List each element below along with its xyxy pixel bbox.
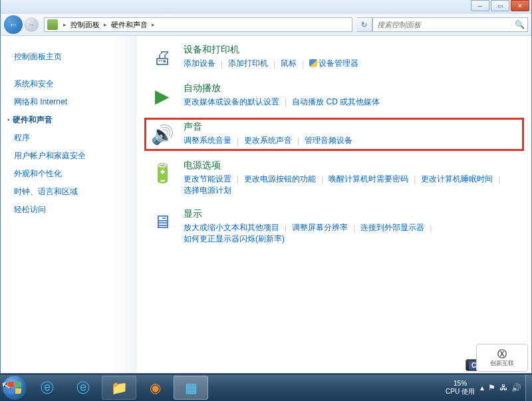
sidebar-item-8[interactable]: 轻松访问: [14, 201, 130, 219]
maximize-button[interactable]: ▭: [491, 0, 509, 11]
category-title[interactable]: 声音: [184, 121, 519, 133]
taskbar: ⓔ ⓔ 📁 ◉ ▦ 15% CPU 使用 ▴ ⚑ 🖧 🔊: [0, 374, 532, 401]
titlebar: ─ ▭ ✕: [1, 0, 531, 14]
control-panel-icon: [47, 19, 58, 30]
category-title[interactable]: 设备和打印机: [184, 44, 519, 56]
forward-button[interactable]: →: [24, 17, 39, 32]
show-desktop-button[interactable]: [525, 374, 532, 401]
category-link[interactable]: 添加设备: [184, 58, 215, 69]
refresh-button[interactable]: ↻: [356, 17, 372, 32]
ic-speaker-icon: 🔊: [149, 121, 176, 148]
link-separator: |: [321, 175, 323, 184]
category-0: 🖨设备和打印机添加设备|添加打印机|鼠标|设备管理器: [149, 44, 519, 70]
link-separator: |: [414, 175, 416, 184]
taskbar-ie-icon[interactable]: ⓔ: [30, 376, 65, 400]
link-separator: |: [285, 98, 287, 107]
category-title[interactable]: 自动播放: [184, 82, 519, 94]
link-separator: |: [498, 175, 500, 184]
category-link[interactable]: 调整系统音量: [184, 135, 231, 146]
sidebar-item-5[interactable]: 用户帐户和家庭安全: [14, 147, 130, 165]
category-link[interactable]: 更改计算机睡眠时间: [421, 174, 493, 185]
search-input[interactable]: [373, 21, 511, 29]
taskbar-media-icon[interactable]: ◉: [138, 376, 172, 400]
tray-volume-icon[interactable]: 🔊: [511, 383, 521, 392]
taskbar-ie2-icon[interactable]: ⓔ: [66, 376, 100, 400]
category-link[interactable]: 唤醒计算机时需要密码: [329, 174, 408, 185]
category-link[interactable]: 鼠标: [281, 58, 297, 69]
tray-network-icon[interactable]: 🖧: [499, 383, 507, 392]
search-icon[interactable]: 🔍: [511, 20, 527, 29]
window-body: 控制面板主页系统和安全网络和 Internet硬件和声音程序用户帐户和家庭安全外…: [1, 36, 531, 373]
category-link[interactable]: 更改电源按钮的功能: [244, 174, 316, 185]
search-box[interactable]: 🔍: [372, 17, 528, 32]
link-separator: |: [237, 175, 239, 184]
category-title[interactable]: 显示: [184, 208, 519, 220]
cpu-meter[interactable]: 15% CPU 使用: [446, 380, 475, 396]
sidebar-item-1[interactable]: 系统和安全: [14, 75, 130, 93]
breadcrumb-current[interactable]: 硬件和声音: [110, 20, 149, 30]
link-separator: |: [221, 59, 223, 68]
ic-play-icon: ▶: [149, 82, 176, 109]
minimize-button[interactable]: ─: [471, 0, 489, 11]
category-link[interactable]: 放大或缩小文本和其他项目: [184, 222, 279, 233]
category-2: 🔊声音调整系统音量|更改系统声音|管理音频设备: [144, 118, 524, 151]
sidebar-item-3[interactable]: 硬件和声音: [14, 111, 130, 129]
category-link[interactable]: 自动播放 CD 或其他媒体: [292, 96, 380, 108]
taskbar-explorer-icon[interactable]: 📁: [102, 376, 136, 400]
category-link[interactable]: 更改媒体或设备的默认设置: [184, 96, 279, 108]
category-4: 🖥显示放大或缩小文本和其他项目|调整屏幕分辨率|连接到外部显示器|如何更正显示器…: [149, 208, 519, 245]
link-separator: |: [237, 136, 239, 146]
link-separator: |: [285, 223, 287, 233]
category-link[interactable]: 更改系统声音: [244, 135, 292, 146]
category-link[interactable]: 设备管理器: [309, 58, 358, 69]
close-button[interactable]: ✕: [511, 0, 529, 11]
tray-up-icon[interactable]: ▴: [480, 383, 484, 392]
sidebar-item-2[interactable]: 网络和 Internet: [14, 93, 130, 111]
tray-flag-icon[interactable]: ⚑: [488, 383, 495, 392]
category-link[interactable]: 选择电源计划: [184, 185, 231, 196]
taskbar-control-panel-icon[interactable]: ▦: [174, 376, 208, 400]
sidebar-item-0[interactable]: 控制面板主页: [14, 48, 130, 66]
category-link[interactable]: 连接到外部显示器: [360, 222, 424, 233]
category-title[interactable]: 电源选项: [184, 160, 519, 172]
breadcrumb-root[interactable]: 控制面板: [69, 20, 101, 30]
control-panel-window: ─ ▭ ✕ ← → ▸ 控制面板 ▸ 硬件和声音 ▸ ↻ 🔍 控制面板主页系统和…: [0, 0, 532, 374]
category-3: 🔋电源选项更改节能设置|更改电源按钮的功能|唤醒计算机时需要密码|更改计算机睡眠…: [149, 160, 519, 196]
category-link[interactable]: 更改节能设置: [184, 174, 231, 185]
watermark-logo: Ⓧ 创新互联: [476, 344, 528, 372]
chevron-right-icon: ▸: [149, 21, 158, 28]
content-area: 🖨设备和打印机添加设备|添加打印机|鼠标|设备管理器▶自动播放更改媒体或设备的默…: [137, 36, 531, 373]
link-separator: |: [297, 136, 299, 146]
category-link[interactable]: 调整屏幕分辨率: [292, 222, 348, 233]
category-link[interactable]: 添加打印机: [228, 58, 268, 69]
ic-display-icon: 🖥: [149, 208, 176, 235]
system-tray: 15% CPU 使用 ▴ ⚑ 🖧 🔊: [446, 374, 532, 401]
sidebar-item-6[interactable]: 外观和个性化: [14, 165, 130, 183]
category-link[interactable]: 管理音频设备: [305, 135, 352, 146]
category-1: ▶自动播放更改媒体或设备的默认设置|自动播放 CD 或其他媒体: [149, 82, 519, 109]
ic-printer-icon: 🖨: [149, 44, 176, 70]
shield-icon: [309, 59, 317, 67]
sidebar-item-7[interactable]: 时钟、语言和区域: [14, 183, 130, 201]
sidebar-item-4[interactable]: 程序: [14, 129, 130, 147]
link-separator: |: [353, 223, 355, 233]
sidebar: 控制面板主页系统和安全网络和 Internet硬件和声音程序用户帐户和家庭安全外…: [1, 36, 137, 373]
chevron-right-icon: ▸: [61, 21, 69, 28]
link-separator: |: [430, 223, 432, 233]
ic-power-icon: 🔋: [149, 160, 176, 186]
link-separator: |: [302, 59, 304, 68]
back-button[interactable]: ←: [4, 15, 23, 34]
navigation-bar: ← → ▸ 控制面板 ▸ 硬件和声音 ▸ ↻ 🔍: [1, 14, 531, 36]
category-link[interactable]: 如何更正显示器闪烁(刷新率): [184, 233, 285, 245]
chevron-right-icon: ▸: [101, 21, 110, 28]
link-separator: |: [273, 59, 275, 68]
address-bar[interactable]: ▸ 控制面板 ▸ 硬件和声音 ▸: [44, 17, 352, 32]
